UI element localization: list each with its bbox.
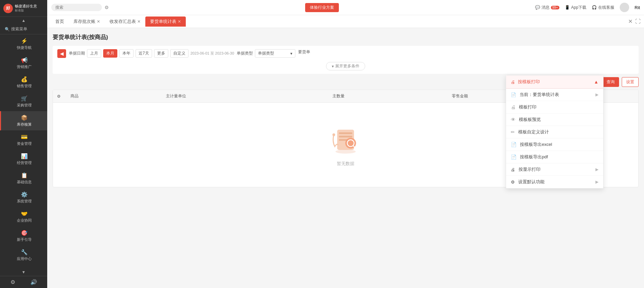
expand-more-button[interactable]: ▾ 展开更多条件 — [326, 62, 365, 70]
tab-batch[interactable]: 库存批次账 ✕ — [69, 17, 105, 27]
filter-expand-button[interactable]: ◀ — [57, 49, 66, 58]
print-dropdown-header[interactable]: 🖨 按模板打印 ▲ — [506, 75, 603, 89]
table-settings-column[interactable]: ⚙ — [53, 90, 66, 103]
template-preview-item[interactable]: 👁 模板板预览 — [506, 114, 603, 126]
sidebar-item-system[interactable]: ⚙️ 系统管理 — [0, 188, 47, 207]
date-btn-custom[interactable]: 自定义 — [170, 49, 188, 58]
sidebar-item-label: 采购管理 — [17, 103, 32, 108]
doc-type-select[interactable]: 单据类型 ▾ — [255, 49, 295, 58]
template-print-item[interactable]: 🖨 模板打印 — [506, 101, 603, 114]
sidebar-item-weixin[interactable]: 💬 企业微信 — [0, 265, 47, 268]
tab-close-all-icon[interactable]: ✕ — [628, 18, 633, 25]
sidebar-item-quick-nav[interactable]: ⚡ 快捷导航 — [0, 34, 47, 54]
tab-batch-label: 库存批次账 — [74, 19, 95, 25]
display-print-arrow: ▶ — [595, 167, 598, 172]
query-button[interactable]: 查询 — [602, 77, 619, 87]
date-btn-last-month[interactable]: 上月 — [87, 49, 101, 58]
settings-footer-icon[interactable]: ⚙ — [10, 279, 15, 285]
sidebar-search[interactable]: 🔍 搜索菜单 — [0, 24, 47, 34]
sidebar-item-finance[interactable]: 💳 资金管理 — [0, 130, 47, 150]
template-excel-label: 按模板导出excel — [520, 141, 552, 148]
template-preview-icon: 👁 — [511, 117, 516, 122]
display-print-left: 🖨 按显示打印 — [511, 166, 540, 172]
table-unit-column: 主计量单位 — [162, 90, 329, 103]
date-btn-this-month[interactable]: 本月 — [103, 49, 117, 58]
gear-icon[interactable]: ⚙ — [105, 5, 109, 10]
user-avatar[interactable] — [620, 3, 629, 12]
date-range-text: 2023-06-01 至 2023-06-30 — [191, 51, 234, 56]
sidebar-item-label: 应用中心 — [17, 256, 32, 261]
main-area: ⚙ 体验行业方案 💬 消息 99+ 📱 App下载 🎧 在线客服 Rit 首页 — [47, 0, 644, 288]
tab-home[interactable]: 首页 — [51, 17, 69, 27]
sidebar-item-purchase[interactable]: 🛒 采购管理 — [0, 92, 47, 111]
sidebar-item-label: 经营管理 — [17, 160, 32, 165]
print-dropdown-current[interactable]: 📄 当前：要货单统计表 ▶ — [506, 89, 603, 101]
sidebar-item-label: 新手引导 — [17, 237, 32, 242]
date-filter-group: 单据日期 上月 本月 本年 近7天 更多 自定义 2023-06-01 至 20… — [69, 49, 234, 58]
template-pdf-item[interactable]: 📄 按模板导出pdf — [506, 151, 603, 163]
message-icon: 💬 — [535, 5, 540, 10]
app-download-button[interactable]: 📱 App下载 — [565, 5, 586, 10]
print-dropdown-header-icon: 🖨 — [511, 79, 515, 85]
set-default-left: ⚙ 设置默认功能 — [511, 179, 545, 185]
tab-order-stats[interactable]: 要货单统计表 ✕ — [145, 17, 186, 27]
date-btn-more[interactable]: 更多 — [154, 49, 168, 58]
sidebar-item-basic[interactable]: 📋 基础信息 — [0, 169, 47, 188]
tab-receipt-close[interactable]: ✕ — [137, 19, 141, 24]
print-dropdown-chevron: ▲ — [594, 79, 598, 85]
sidebar-item-label: 销售管理 — [17, 84, 32, 89]
template-excel-item[interactable]: 📄 按模板导出excel — [506, 138, 603, 151]
order-type-filter-group: 要货单 — [298, 49, 310, 55]
svg-point-0 — [335, 150, 356, 154]
date-btn-this-year[interactable]: 本年 — [119, 49, 134, 58]
sidebar-item-collab[interactable]: 🤝 企业协同 — [0, 207, 47, 226]
tab-bar: 首页 库存批次账 ✕ 收发存汇总表 ✕ 要货单统计表 ✕ ✕ ⛶ — [47, 15, 644, 28]
sidebar-scroll-up[interactable]: ▲ — [0, 17, 47, 24]
tab-receipt[interactable]: 收发存汇总表 ✕ — [105, 17, 145, 27]
message-button[interactable]: 💬 消息 99+ — [535, 5, 559, 10]
sidebar-item-label: 库存核算 — [17, 122, 32, 127]
table-quantity-column: 主数量 — [328, 90, 447, 103]
settings-label: 设置 — [626, 79, 634, 85]
template-design-icon: ✏ — [511, 129, 515, 135]
app-download-label: App下载 — [571, 5, 586, 10]
tab-maximize-icon[interactable]: ⛶ — [635, 19, 641, 25]
username-label: Rit — [635, 5, 640, 10]
app-download-icon: 📱 — [565, 5, 570, 10]
settings-button[interactable]: 设置 — [622, 77, 639, 87]
doc-type-filter-group: 单据类型 单据类型 ▾ — [237, 49, 295, 58]
tab-batch-close[interactable]: ✕ — [97, 19, 100, 24]
sidebar-scroll-down[interactable]: ▼ — [0, 268, 47, 276]
quick-nav-icon: ⚡ — [21, 38, 28, 44]
collab-icon: 🤝 — [21, 211, 28, 217]
template-design-item[interactable]: ✏ 模板自定义设计 — [506, 126, 603, 138]
tab-order-stats-close[interactable]: ✕ — [178, 19, 181, 24]
sidebar-item-appstore[interactable]: 🔧 应用中心 — [0, 246, 47, 265]
logo-text-block: 畅捷通好生意 标准版 — [15, 4, 37, 13]
filter-row2: ▾ 展开更多条件 — [57, 62, 634, 70]
sidebar-item-sales[interactable]: 💰 销售管理 — [0, 73, 47, 92]
tab-bar-right: ✕ ⛶ — [628, 18, 641, 25]
sidebar-item-guide[interactable]: 🎯 新手引导 — [0, 226, 47, 246]
display-print-item[interactable]: 🖨 按显示打印 ▶ — [506, 163, 603, 176]
top-bar-left: ⚙ — [51, 4, 109, 11]
finance-icon: 💳 — [21, 134, 28, 140]
sidebar-item-operation[interactable]: 📊 经营管理 — [0, 150, 47, 169]
search-input[interactable] — [51, 4, 102, 11]
trial-button[interactable]: 体验行业方案 — [305, 3, 339, 12]
sidebar-item-inventory[interactable]: 📦 库存核算 — [0, 111, 47, 130]
chevron-down-icon: ▾ — [290, 51, 292, 56]
date-btn-7days[interactable]: 近7天 — [136, 49, 152, 58]
order-type-label: 要货单 — [298, 49, 310, 55]
sidebar-item-label: 营销推广 — [17, 64, 32, 69]
sidebar-item-marketing[interactable]: 📢 营销推广 — [0, 54, 47, 73]
appstore-icon: 🔧 — [21, 249, 28, 255]
set-default-item[interactable]: ⚙ 设置默认功能 ▶ — [506, 176, 603, 188]
online-service-button[interactable]: 🎧 在线客服 — [592, 5, 614, 10]
sidebar-logo: 好 畅捷通好生意 标准版 — [0, 0, 47, 17]
empty-icon — [329, 123, 362, 157]
operation-icon: 📊 — [21, 153, 28, 159]
marketing-icon: 📢 — [21, 57, 28, 63]
sidebar: 好 畅捷通好生意 标准版 ▲ 🔍 搜索菜单 ⚡ 快捷导航 📢 营销推广 💰 销售… — [0, 0, 47, 288]
speaker-footer-icon[interactable]: 🔊 — [30, 279, 37, 285]
